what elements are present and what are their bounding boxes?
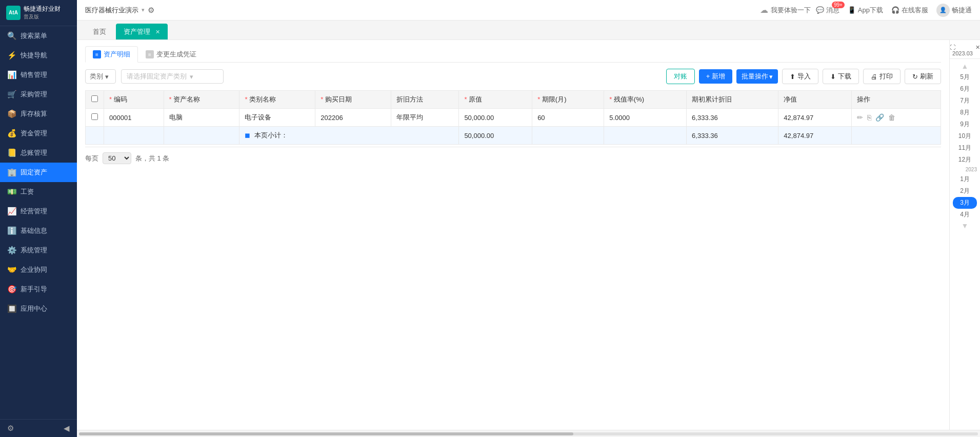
tab-close-icon[interactable]: ✕	[155, 29, 160, 35]
print-icon: 🖨	[871, 73, 877, 81]
user-profile-button[interactable]: 👤 畅捷通	[936, 4, 972, 17]
download-button[interactable]: ⬇ 下载	[823, 69, 859, 84]
timeline-current-year: 2023	[950, 166, 980, 173]
sidebar-item-funds[interactable]: 💰 资金管理	[0, 124, 77, 143]
timeline-close-icon[interactable]: ✕	[975, 44, 980, 51]
td-actions: ✏ ⎘ 🔗 🗑	[852, 109, 941, 127]
sidebar-item-basic-info[interactable]: ℹ️ 基础信息	[0, 221, 77, 241]
timeline-month-9[interactable]: 9月	[950, 118, 980, 130]
timeline-month-5[interactable]: 5月	[950, 71, 980, 83]
timeline-scroll-down[interactable]: ▼	[962, 221, 969, 231]
sidebar-item-fixed-assets[interactable]: 🏢 固定资产	[0, 163, 77, 182]
sub-tab-voucher-change[interactable]: ≡ 变更生成凭证	[138, 46, 204, 63]
refresh-icon: ↻	[912, 73, 918, 81]
timeline-month-11[interactable]: 11月	[950, 142, 980, 154]
company-name: 医疗器械行业演示	[85, 6, 138, 15]
sidebar-item-payroll[interactable]: 💵 工资	[0, 182, 77, 202]
tabbar: 首页 资产管理 ✕	[77, 21, 980, 40]
th-net-value: 净值	[778, 91, 852, 109]
download-label: 下载	[838, 72, 851, 81]
message-icon: 💬	[816, 6, 824, 14]
td-subtotal-empty3	[164, 127, 239, 145]
edit-icon[interactable]: ✏	[857, 113, 863, 122]
tab-home-label: 首页	[93, 28, 106, 35]
print-button[interactable]: 🖨 打印	[863, 69, 901, 84]
th-initial-depreciation: 期初累计折旧	[687, 91, 778, 109]
export-button[interactable]: ⬆ 导入	[782, 69, 818, 84]
online-service-button[interactable]: 🎧 在线客服	[891, 6, 928, 15]
sidebar-item-sales[interactable]: 📊 销售管理	[0, 65, 77, 85]
refresh-button[interactable]: ↻ 刷新	[905, 69, 941, 84]
category-filter-select[interactable]: 类别 ▾	[85, 69, 116, 84]
sidebar-item-label: 基础信息	[21, 226, 47, 235]
messages-button[interactable]: 💬 消息 99+	[816, 6, 839, 15]
delete-icon[interactable]: 🗑	[888, 113, 895, 122]
timeline-month-10[interactable]: 10月	[950, 130, 980, 142]
pagination: 每页 50 10 20 100 条，共 1 条	[85, 147, 941, 164]
timeline-scroll-up[interactable]: ▲	[962, 61, 969, 71]
sidebar-item-system[interactable]: ⚙️ 系统管理	[0, 241, 77, 260]
avatar: 👤	[936, 4, 950, 17]
timeline-month-7[interactable]: 7月	[950, 95, 980, 107]
td-subtotal-net-value: 42,874.97	[778, 127, 852, 145]
sidebar-logo: AtA 畅捷通好业财 普及版	[0, 0, 77, 26]
per-page-select[interactable]: 50 10 20 100	[103, 152, 131, 164]
online-service-label: 在线客服	[902, 6, 928, 15]
sidebar-item-operations[interactable]: 📈 经营管理	[0, 202, 77, 221]
sales-icon: 📊	[7, 70, 16, 80]
timeline-month-3-current[interactable]: 3月	[953, 197, 977, 209]
timeline-month-12[interactable]: 12月	[950, 154, 980, 166]
timeline-month-2[interactable]: 2月	[950, 185, 980, 197]
link-icon[interactable]: 🔗	[875, 113, 884, 122]
sidebar-item-guide[interactable]: 🎯 新手引导	[0, 280, 77, 299]
timeline-expand-icon[interactable]: ⛶	[950, 44, 955, 50]
tab-home[interactable]: 首页	[85, 24, 114, 39]
sidebar-item-label: 快捷导航	[21, 51, 47, 60]
new-button[interactable]: + 新增	[699, 69, 732, 84]
td-subtotal-original-value: 50,000.00	[459, 127, 532, 145]
td-subtotal-actions-empty	[852, 127, 941, 145]
sidebar-item-inventory[interactable]: 📦 库存核算	[0, 104, 77, 124]
table-row: 000001 电脑 电子设备 202206	[86, 109, 941, 127]
subtotal-row: ◼ 本页小计： 50,000.00 6,333.36	[86, 127, 941, 145]
topbar-gear-icon[interactable]: ⚙	[148, 6, 154, 15]
quick-nav-icon: ⚡	[7, 51, 16, 60]
app-download-button[interactable]: 📱 App下载	[848, 6, 883, 15]
input-dropdown-icon: ▾	[190, 73, 193, 81]
sidebar-item-ledger[interactable]: 📒 总账管理	[0, 143, 77, 163]
timeline-month-6[interactable]: 6月	[950, 83, 980, 95]
timeline-month-1[interactable]: 1月	[950, 173, 980, 185]
category-input[interactable]: 请选择固定资产类别 ▾	[121, 69, 224, 84]
duizhang-button[interactable]: 对账	[666, 69, 695, 84]
topbar: 医疗器械行业演示 ▾ ⚙ ☁ 我要体验一下 💬 消息 99+ 📱 App下载 🎧…	[77, 0, 980, 21]
asset-table: 编码 资产名称 类别名称 购买日期	[85, 90, 941, 145]
timeline-month-4[interactable]: 4月	[950, 209, 980, 221]
sub-tab-asset-detail[interactable]: ≡ 资产明细	[85, 46, 138, 63]
tab-asset-management[interactable]: 资产管理 ✕	[116, 24, 168, 39]
timeline-header: ✕ ⛶ 2023.03	[950, 42, 980, 59]
category-placeholder: 请选择固定资产类别	[127, 72, 187, 81]
copy-icon[interactable]: ⎘	[867, 113, 871, 122]
company-dropdown-icon[interactable]: ▾	[142, 7, 145, 13]
th-residual-rate: 残值率(%)	[604, 91, 687, 109]
row-checkbox[interactable]	[91, 113, 98, 120]
select-all-checkbox[interactable]	[91, 95, 98, 102]
scrollbar-thumb[interactable]	[79, 432, 573, 435]
funds-icon: 💰	[7, 129, 16, 138]
app-download-label: App下载	[858, 6, 883, 15]
td-net-value: 42,874.97	[778, 109, 852, 127]
batch-button[interactable]: 批量操作 ▾	[736, 69, 778, 84]
settings-icon[interactable]: ⚙	[7, 424, 14, 433]
topbar-right: 💬 消息 99+ 📱 App下载 🎧 在线客服 👤 畅捷通	[816, 4, 972, 17]
app-center-icon: 🔲	[7, 304, 16, 313]
sidebar-item-enterprise[interactable]: 🤝 企业协同	[0, 260, 77, 280]
sidebar-item-search[interactable]: 🔍 搜索菜单	[0, 26, 77, 46]
collapse-icon[interactable]: ◀	[64, 424, 70, 433]
sidebar-item-purchase[interactable]: 🛒 采购管理	[0, 85, 77, 104]
sidebar-item-app-center[interactable]: 🔲 应用中心	[0, 299, 77, 319]
topbar-experience[interactable]: ☁ 我要体验一下	[760, 5, 811, 15]
duizhang-label: 对账	[674, 72, 687, 81]
sidebar-item-quick-nav[interactable]: ⚡ 快捷导航	[0, 46, 77, 65]
horizontal-scrollbar[interactable]	[77, 430, 980, 437]
timeline-month-8[interactable]: 8月	[950, 107, 980, 118]
